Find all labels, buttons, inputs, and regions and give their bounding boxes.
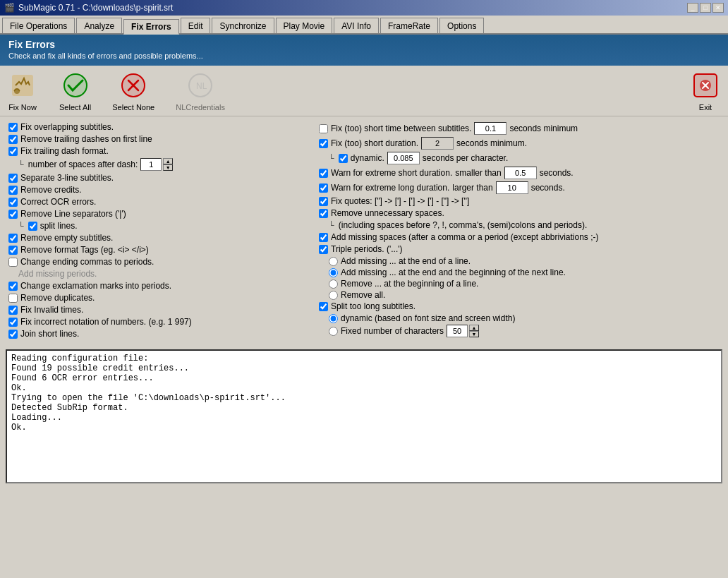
- option-fix-overlapping: Fix overlapping subtitles.: [8, 122, 305, 132]
- short-duration-value[interactable]: [421, 137, 454, 150]
- checkbox-separate-3line[interactable]: [8, 174, 18, 183]
- toolbar: Fix Now Select All Select None NL: [0, 66, 728, 116]
- split-fixed-value[interactable]: [447, 325, 468, 337]
- option-warn-extreme-short: Warn for extreme short duration. smaller…: [319, 167, 720, 179]
- spaces-spin-up[interactable]: ▲: [163, 158, 173, 164]
- right-column: Fix (too) short time between subtitles. …: [319, 122, 720, 341]
- checkbox-dynamic[interactable]: [339, 154, 348, 163]
- fix-now-button[interactable]: Fix Now: [7, 70, 38, 112]
- checkbox-split-too-long[interactable]: [319, 302, 328, 311]
- nl-credentials-button[interactable]: NL NLCredentials: [176, 70, 225, 112]
- log-output: Reading configuration file: Found 19 pos…: [6, 349, 722, 483]
- extreme-long-value[interactable]: [496, 181, 528, 194]
- checkbox-fix-quotes[interactable]: [319, 197, 328, 206]
- checkbox-remove-spaces[interactable]: [319, 209, 328, 218]
- smaller-than-label: smaller than: [455, 168, 501, 178]
- radio-triple-1[interactable]: [329, 257, 338, 266]
- tab-synchronize[interactable]: Synchronize: [212, 18, 274, 33]
- checkbox-fix-short-time[interactable]: [319, 124, 328, 133]
- checkbox-add-missing-spaces[interactable]: [319, 233, 328, 242]
- tab-options[interactable]: Options: [439, 18, 484, 33]
- option-remove-duplicates: Remove duplicates.: [8, 293, 305, 303]
- select-all-icon: [60, 70, 91, 101]
- option-split-too-long: Split too long subtitles.: [319, 301, 720, 311]
- tab-edit[interactable]: Edit: [181, 18, 211, 33]
- label-triple-radio-2: Add missing ... at the end and the begin…: [341, 267, 566, 277]
- corner-bracket-2: └: [18, 222, 24, 230]
- radio-triple-2[interactable]: [329, 268, 338, 277]
- checkbox-fix-overlapping[interactable]: [8, 123, 18, 132]
- radio-split-fixed[interactable]: [329, 327, 338, 336]
- split-spin-down[interactable]: ▼: [469, 331, 479, 337]
- minimize-button[interactable]: _: [687, 3, 698, 13]
- unit-fix-short-time: seconds minimum: [509, 124, 578, 133]
- label-split-fixed: Fixed number of characters: [341, 326, 444, 336]
- window-controls: _ □ ✕: [687, 3, 724, 13]
- option-change-excl: Change exclamation marks into periods.: [8, 281, 305, 291]
- checkbox-fix-invalid-times[interactable]: [8, 306, 18, 315]
- spaces-spin-buttons: ▲ ▼: [163, 158, 173, 171]
- radio-triple-4[interactable]: [329, 291, 338, 300]
- checkbox-remove-trailing-dashes[interactable]: [8, 135, 18, 144]
- option-fix-short-duration: Fix (too) short duration. seconds minimu…: [319, 137, 720, 150]
- spaces-spin-down[interactable]: ▼: [163, 164, 173, 171]
- option-warn-extreme-long: Warn for extreme long duration. larger t…: [319, 181, 720, 194]
- label-triple-radio-3: Remove ... at the beginning of a line.: [341, 279, 478, 289]
- option-separate-3line: Separate 3-line subtitles.: [8, 173, 305, 183]
- corner-bracket-1: └: [18, 160, 24, 169]
- label-separate-3line: Separate 3-line subtitles.: [20, 173, 114, 183]
- extreme-short-value[interactable]: [504, 167, 537, 179]
- spaces-after-dash-input[interactable]: [140, 158, 162, 171]
- option-fix-short-time: Fix (too) short time between subtitles. …: [319, 122, 720, 135]
- checkbox-fix-incorrect-notation[interactable]: [8, 318, 18, 327]
- short-time-value[interactable]: [474, 122, 506, 135]
- split-radio-fixed: Fixed number of characters ▲ ▼: [329, 325, 720, 337]
- exit-button[interactable]: Exit: [690, 70, 721, 112]
- close-button[interactable]: ✕: [712, 3, 724, 13]
- tab-fix-errors[interactable]: Fix Errors: [123, 19, 179, 35]
- triple-radio-3: Remove ... at the beginning of a line.: [329, 279, 720, 289]
- tab-avi-info[interactable]: AVI Info: [334, 18, 379, 33]
- triple-radio-1: Add missing ... at the end of a line.: [329, 256, 720, 266]
- checkbox-warn-extreme-short[interactable]: [319, 169, 328, 178]
- checkbox-triple-periods[interactable]: [319, 245, 328, 254]
- checkbox-split-lines[interactable]: [28, 222, 37, 231]
- label-remove-trailing-dashes: Remove trailing dashes on first line: [20, 134, 152, 144]
- option-join-short-lines: Join short lines.: [8, 329, 305, 339]
- dynamic-value[interactable]: [387, 152, 420, 164]
- checkbox-fix-trailing-dash[interactable]: [8, 147, 18, 156]
- split-spin-up[interactable]: ▲: [469, 325, 479, 331]
- label-triple-radio-1: Add missing ... at the end of a line.: [341, 256, 471, 266]
- tab-framerate[interactable]: FrameRate: [380, 18, 438, 33]
- option-add-missing-spaces: Add missing spaces (after a comma or a p…: [319, 232, 720, 242]
- select-all-label: Select All: [59, 103, 91, 112]
- checkbox-remove-duplicates[interactable]: [8, 294, 18, 303]
- tab-play-movie[interactable]: Play Movie: [276, 18, 333, 33]
- select-none-button[interactable]: Select None: [112, 70, 154, 112]
- checkbox-remove-credits[interactable]: [8, 186, 18, 195]
- tab-file-operations[interactable]: File Operations: [2, 18, 75, 33]
- checkbox-remove-line-sep[interactable]: [8, 210, 18, 219]
- tab-analyze[interactable]: Analyze: [76, 18, 122, 33]
- select-all-button[interactable]: Select All: [59, 70, 91, 112]
- checkbox-warn-extreme-long[interactable]: [319, 183, 328, 193]
- checkbox-remove-empty[interactable]: [8, 234, 18, 243]
- checkbox-fix-short-duration[interactable]: [319, 139, 328, 148]
- checkbox-join-short-lines[interactable]: [8, 330, 18, 339]
- option-change-ending-commas: Change ending commas to periods.: [8, 257, 305, 267]
- checkbox-change-ending-commas[interactable]: [8, 258, 18, 267]
- larger-than-label: larger than: [452, 183, 492, 193]
- radio-triple-3[interactable]: [329, 279, 338, 289]
- unit-extreme-long: seconds.: [531, 183, 565, 193]
- option-dynamic: └ dynamic. seconds per character.: [329, 152, 720, 164]
- radio-split-dynamic[interactable]: [329, 314, 338, 323]
- checkbox-remove-format-tags[interactable]: [8, 246, 18, 255]
- label-add-missing-periods: Add missing periods.: [18, 269, 97, 279]
- option-fix-incorrect-notation: Fix incorrect notation of numbers. (e.g.…: [8, 317, 305, 327]
- maximize-button[interactable]: □: [700, 3, 711, 13]
- checkbox-correct-ocr[interactable]: [8, 198, 18, 207]
- corner-bracket-3: └: [329, 154, 334, 162]
- checkbox-change-excl[interactable]: [8, 282, 18, 291]
- label-remove-empty: Remove empty subtitles.: [20, 233, 113, 243]
- label-split-too-long: Split too long subtitles.: [331, 301, 415, 311]
